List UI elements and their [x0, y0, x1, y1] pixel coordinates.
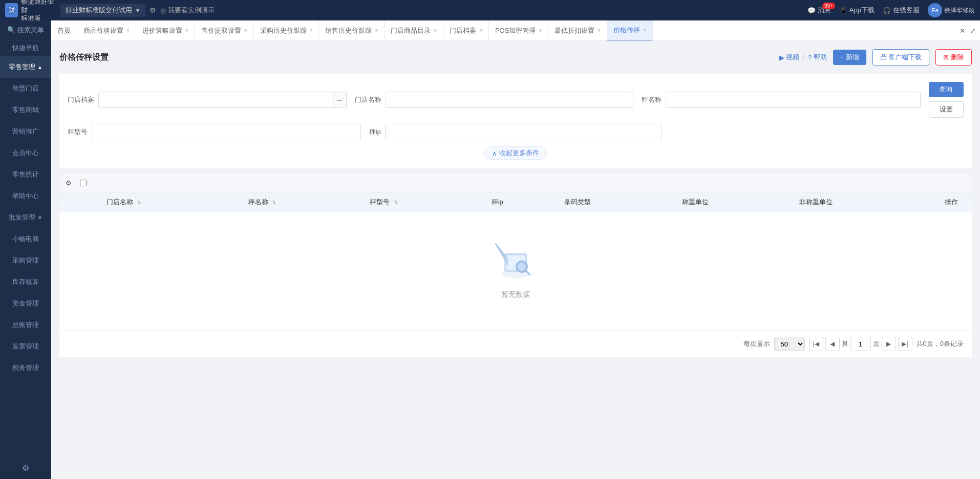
logo-icon: 财: [5, 3, 18, 17]
top-bar-right: 💬 消息 99+ 📱 App下载 🎧 在线客服 Ea 徐泽华修改: [807, 3, 975, 17]
sidebar-item-help[interactable]: 帮助中心: [0, 185, 51, 207]
sidebar-item-xiaochang[interactable]: 小畅电商: [0, 228, 51, 250]
tab-close-store-catalog[interactable]: ×: [434, 28, 437, 33]
tab-close-sale-extract[interactable]: ×: [244, 28, 247, 33]
sidebar-item-retail-mall[interactable]: 零售商城: [0, 99, 51, 121]
page-input[interactable]: [850, 337, 871, 351]
tab-close-all-icon[interactable]: ✕: [960, 27, 966, 35]
select-all-checkbox[interactable]: [80, 180, 87, 186]
table-settings-icon[interactable]: ⚙: [66, 179, 72, 187]
sidebar-item-invoice[interactable]: 发票管理: [0, 336, 51, 357]
sidebar-item-finance[interactable]: 资金管理: [0, 293, 51, 314]
divider: [803, 54, 804, 61]
th-store-name: 门店名称 ⇅: [100, 192, 242, 212]
sidebar-item-member[interactable]: 会员中心: [0, 142, 51, 164]
add-button[interactable]: + 新增: [833, 50, 866, 65]
tab-min-discount[interactable]: 最低折扣设置 ×: [548, 20, 607, 41]
scale-model-input[interactable]: [92, 124, 361, 140]
sidebar-item-retail[interactable]: 零售管理 ▲: [0, 56, 51, 78]
sidebar-item-tax[interactable]: 税务管理: [0, 357, 51, 379]
tab-price-scale[interactable]: 价格传秤 ×: [607, 20, 653, 41]
sidebar-item-purchase[interactable]: 采购管理: [0, 250, 51, 271]
tab-pos-manage[interactable]: POS加密管理 ×: [489, 20, 548, 41]
store-name-label: 门店名称: [355, 95, 381, 104]
store-file-btn[interactable]: ···: [332, 92, 347, 108]
tab-price-setting[interactable]: 商品价格设置 ×: [77, 20, 136, 41]
tab-close-price-scale[interactable]: ×: [643, 27, 646, 33]
sidebar-item-general-ledger[interactable]: 总账管理: [0, 314, 51, 336]
sidebar-item-smart-store[interactable]: 智慧门店: [0, 78, 51, 99]
version-selector[interactable]: 好业财标准版交付试用 ▼: [60, 4, 145, 17]
tab-close-price-setting[interactable]: ×: [126, 28, 130, 33]
tab-home[interactable]: 首页: [51, 20, 77, 41]
table-toolbar: ⚙: [59, 174, 972, 192]
video-link[interactable]: ▶ 视频: [779, 53, 799, 62]
help-circle-icon: ?: [808, 54, 812, 61]
collapse-up-icon: ∧: [492, 149, 497, 157]
tab-purchase-strategy[interactable]: 进价策略设置 ×: [136, 20, 195, 41]
store-name-input[interactable]: [386, 92, 634, 108]
sort-scale-name-icon[interactable]: ⇅: [272, 200, 276, 205]
scale-name-label: 秤名称: [642, 95, 662, 104]
messages-btn[interactable]: 💬 消息 99+: [807, 6, 831, 15]
page-size-select[interactable]: 50 10 20 100: [774, 337, 805, 351]
tab-store-catalog[interactable]: 门店商品目录 ×: [385, 20, 443, 41]
th-operation: 操作: [931, 192, 972, 212]
page-last-btn[interactable]: ▶|: [898, 337, 912, 351]
tab-close-sale-history[interactable]: ×: [375, 28, 378, 33]
page-next-btn[interactable]: ▶: [882, 337, 896, 351]
app-download-btn[interactable]: 📱 App下载: [839, 6, 875, 15]
sidebar-quick-nav[interactable]: 快捷导航: [0, 40, 51, 56]
message-badge: 99+: [822, 3, 835, 9]
sort-store-name-icon[interactable]: ⇅: [137, 200, 141, 205]
scale-name-input[interactable]: [666, 92, 921, 108]
tab-expand-icon[interactable]: ⤢: [970, 27, 976, 35]
sidebar-item-inventory[interactable]: 库存核算: [0, 271, 51, 293]
sidebar-search[interactable]: 🔍 搜索菜单: [0, 20, 51, 40]
sidebar-item-retail-stats[interactable]: 零售统计: [0, 164, 51, 185]
scale-ip-input[interactable]: [385, 124, 663, 140]
online-service-btn[interactable]: 🎧 在线客服: [883, 6, 920, 15]
store-file-label: 门店档案: [68, 95, 94, 104]
download-button[interactable]: 凸 客户端下载: [872, 49, 930, 66]
tab-close-purchase-history[interactable]: ×: [310, 28, 313, 33]
demo-link[interactable]: ◎ 我要看实例演示: [160, 6, 215, 15]
sort-scale-model-icon[interactable]: ⇅: [394, 200, 398, 205]
search-icon: 🔍: [7, 26, 15, 34]
tab-sale-history[interactable]: 销售历史价跟踪 ×: [319, 20, 385, 41]
th-barcode-type: 条码类型: [558, 192, 676, 212]
tab-close-purchase-strategy[interactable]: ×: [185, 28, 188, 33]
query-button[interactable]: 查询: [929, 82, 964, 97]
empty-state: 暂无数据: [59, 212, 972, 330]
tab-store-file[interactable]: 门店档案 ×: [443, 20, 489, 41]
per-page-label: 每页显示: [743, 339, 770, 349]
total-info: 共0页，0条记录: [917, 339, 964, 349]
table-container: ⚙ 门店名称 ⇅ 秤名称: [59, 174, 972, 330]
setting-button[interactable]: 设置: [929, 101, 964, 118]
store-file-field: 门店档案 ···: [68, 92, 347, 108]
store-file-input[interactable]: [98, 92, 332, 108]
page-title: 价格传秤设置: [59, 52, 109, 63]
page-prev-btn[interactable]: ◀: [825, 337, 840, 351]
username: 徐泽华修改: [944, 6, 975, 15]
page-first-btn[interactable]: |◀: [809, 337, 823, 351]
delete-button[interactable]: ⊠ 删除: [935, 49, 972, 66]
logo: 财 畅捷通好业财 标准版: [5, 0, 56, 23]
tab-purchase-history[interactable]: 采购历史价跟踪 ×: [254, 20, 319, 41]
collapse-button[interactable]: ∧ 收起更多条件: [484, 146, 547, 160]
page-nav: |◀ ◀ 算 页 ▶ ▶|: [809, 337, 912, 351]
topbar-settings-icon[interactable]: ⚙: [150, 6, 156, 14]
content-area: 首页 商品价格设置 × 进价策略设置 × 售价提取设置 × 采购历史价跟踪 × …: [51, 20, 980, 479]
sidebar-gear-icon[interactable]: ⚙: [0, 457, 51, 479]
tab-close-min-discount[interactable]: ×: [598, 28, 601, 33]
sidebar-item-marketing[interactable]: 营销推广: [0, 121, 51, 142]
sidebar-item-wholesale[interactable]: 批发管理 ▼: [0, 207, 51, 228]
main-layout: 🔍 搜索菜单 快捷导航 零售管理 ▲ 智慧门店 零售商城 营销推广 会员中心 零…: [0, 20, 980, 479]
pagination: 每页显示 50 10 20 100 |◀ ◀ 算 页 ▶ ▶| 共0页，0条记录: [59, 330, 972, 357]
help-link[interactable]: ? 帮助: [808, 53, 826, 62]
search-form: 门店档案 ··· 门店名称 秤名称: [59, 74, 972, 168]
tab-sale-extract[interactable]: 售价提取设置 ×: [195, 20, 254, 41]
tab-close-store-file[interactable]: ×: [479, 28, 482, 33]
user-menu[interactable]: Ea 徐泽华修改: [928, 3, 975, 17]
tab-close-pos-manage[interactable]: ×: [539, 28, 542, 33]
